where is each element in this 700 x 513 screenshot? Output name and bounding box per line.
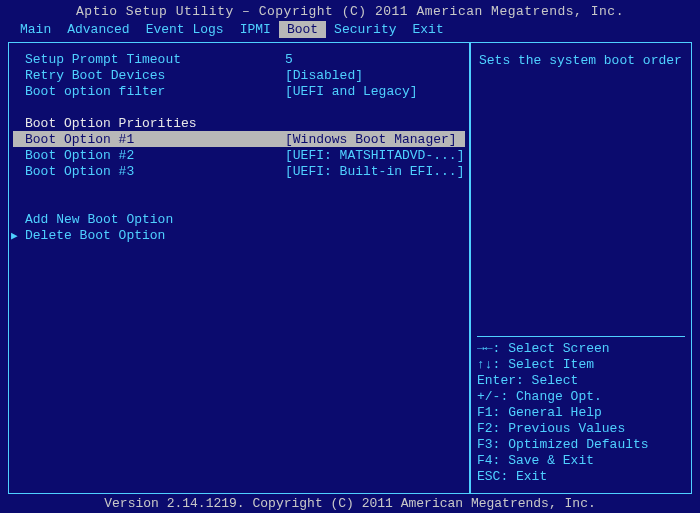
menu-tab-main[interactable]: Main	[12, 21, 59, 38]
setting-value: [UEFI: MATSHITADVD-...]	[285, 148, 465, 163]
help-keys: →←: Select Screen↑↓: Select ItemEnter: S…	[477, 336, 685, 485]
help-divider	[477, 336, 685, 337]
settings-panel: Setup Prompt Timeout5Retry Boot Devices[…	[8, 42, 470, 494]
help-key-line: ↑↓: Select Item	[477, 357, 685, 373]
help-key-line: F3: Optimized Defaults	[477, 437, 685, 453]
setting-value: [UEFI: Built-in EFI...]	[285, 164, 465, 179]
setting-label: Retry Boot Devices	[25, 68, 285, 83]
help-key-line: F2: Previous Values	[477, 421, 685, 437]
help-description: Sets the system boot order	[477, 51, 685, 68]
setting-value: [UEFI and Legacy]	[285, 84, 465, 99]
setting-label: Boot option filter	[25, 84, 285, 99]
main-panels: Setup Prompt Timeout5Retry Boot Devices[…	[8, 42, 692, 494]
setting-row-boot-option-1[interactable]: Boot Option #1[Windows Boot Manager]	[13, 131, 465, 147]
menu-bar: MainAdvancedEvent LogsIPMIBootSecurityEx…	[0, 21, 700, 42]
setting-label: Boot Option #3	[25, 164, 285, 179]
help-key-line: Enter: Select	[477, 373, 685, 389]
setting-row-boot-option-3[interactable]: Boot Option #3[UEFI: Built-in EFI...]	[13, 163, 465, 179]
footer-version: Version 2.14.1219. Copyright (C) 2011 Am…	[0, 496, 700, 511]
help-panel: Sets the system boot order →←: Select Sc…	[470, 42, 692, 494]
setting-value: 5	[285, 52, 465, 67]
setting-row-retry-boot-devices[interactable]: Retry Boot Devices[Disabled]	[13, 67, 465, 83]
menu-tab-event-logs[interactable]: Event Logs	[138, 21, 232, 38]
setting-label: Add New Boot Option	[25, 212, 285, 227]
menu-tab-boot[interactable]: Boot	[279, 21, 326, 38]
menu-tab-ipmi[interactable]: IPMI	[232, 21, 279, 38]
help-key-line: +/-: Change Opt.	[477, 389, 685, 405]
setting-label: Boot Option Priorities	[25, 116, 285, 131]
spacer	[13, 99, 465, 115]
cursor-marker-icon: ▶	[11, 229, 18, 242]
help-key-line: →←: Select Screen	[477, 341, 685, 357]
setting-label: Boot Option #1	[25, 132, 285, 147]
setting-value: [Disabled]	[285, 68, 465, 83]
menu-tab-advanced[interactable]: Advanced	[59, 21, 137, 38]
setting-label: Delete Boot Option	[25, 228, 285, 243]
spacer	[13, 179, 465, 211]
setting-row-boot-option-2[interactable]: Boot Option #2[UEFI: MATSHITADVD-...]	[13, 147, 465, 163]
app-title: Aptio Setup Utility – Copyright (C) 2011…	[0, 0, 700, 21]
setting-row-setup-prompt-timeout[interactable]: Setup Prompt Timeout5	[13, 51, 465, 67]
setting-label: Setup Prompt Timeout	[25, 52, 285, 67]
section-heading-boot-option-priorities: Boot Option Priorities	[13, 115, 465, 131]
help-key-line: F1: General Help	[477, 405, 685, 421]
setting-row-add-new-boot-option[interactable]: Add New Boot Option	[13, 211, 465, 227]
setting-row-boot-option-filter[interactable]: Boot option filter[UEFI and Legacy]	[13, 83, 465, 99]
help-key-line: ESC: Exit	[477, 469, 685, 485]
setting-value: [Windows Boot Manager]	[285, 132, 465, 147]
setting-label: Boot Option #2	[25, 148, 285, 163]
menu-tab-security[interactable]: Security	[326, 21, 404, 38]
menu-tab-exit[interactable]: Exit	[405, 21, 452, 38]
help-key-line: F4: Save & Exit	[477, 453, 685, 469]
setting-row-delete-boot-option[interactable]: ▶Delete Boot Option	[13, 227, 465, 243]
